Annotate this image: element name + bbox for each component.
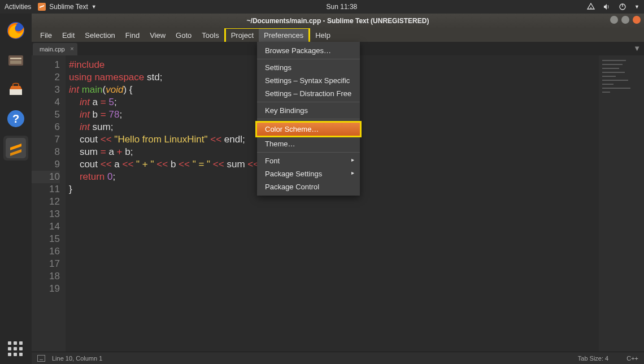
menu-project[interactable]: Project <box>226 29 259 42</box>
menuitem[interactable]: Browse Packages… <box>257 44 360 57</box>
window-titlebar: ~/Documents/main.cpp - Sublime Text (UNR… <box>32 14 644 28</box>
menu-separator <box>257 102 360 102</box>
menuitem[interactable]: Package Control <box>257 180 360 193</box>
dock-sublime[interactable] <box>3 136 28 161</box>
menu-separator <box>257 59 360 59</box>
menu-tools[interactable]: Tools <box>197 29 224 42</box>
menu-file[interactable]: File <box>35 29 57 42</box>
dock-help[interactable]: ? <box>3 106 28 131</box>
menuitem[interactable]: Settings <box>257 61 360 74</box>
menu-find[interactable]: Find <box>120 29 145 42</box>
dock-software[interactable] <box>3 77 28 102</box>
minimize-button[interactable] <box>610 16 618 24</box>
svg-rect-8 <box>10 89 22 95</box>
system-tray[interactable]: ▼ <box>587 3 639 11</box>
menu-edit[interactable]: Edit <box>57 29 80 42</box>
sublime-small-icon <box>38 3 46 11</box>
menuitem[interactable]: Settings – Distraction Free <box>257 87 360 100</box>
chevron-down-icon: ▼ <box>634 4 639 10</box>
tab-main-cpp[interactable]: main.cpp × <box>33 43 77 55</box>
syntax-mode[interactable]: C++ <box>626 355 638 362</box>
app-menu-label: Sublime Text <box>49 3 88 11</box>
menu-preferences[interactable]: Preferences <box>259 29 308 42</box>
maximize-button[interactable] <box>621 16 629 24</box>
svg-rect-7 <box>10 60 21 64</box>
tab-dropdown-icon[interactable]: ▼ <box>633 44 641 53</box>
svg-text:?: ? <box>12 112 19 125</box>
annotation-highlight: Color Scheme… <box>255 121 362 137</box>
svg-rect-6 <box>10 58 21 59</box>
chevron-down-icon: ▼ <box>92 4 97 10</box>
status-bar: Line 10, Column 1 Tab Size: 4 C++ <box>32 352 644 364</box>
tab-size[interactable]: Tab Size: 4 <box>578 355 608 362</box>
network-icon <box>587 3 595 11</box>
menu-separator <box>257 119 360 119</box>
app-menu[interactable]: Sublime Text ▼ <box>38 3 96 11</box>
close-button[interactable] <box>633 16 641 24</box>
menu-view[interactable]: View <box>145 29 171 42</box>
menuitem-color-scheme[interactable]: Color Scheme… <box>257 123 360 136</box>
dock-firefox[interactable] <box>3 18 28 43</box>
show-apps-button[interactable] <box>8 341 23 356</box>
activities-button[interactable]: Activities <box>5 3 31 11</box>
ubuntu-dock: ? <box>0 14 32 364</box>
power-icon <box>619 3 626 11</box>
menu-selection[interactable]: Selection <box>80 29 120 42</box>
menu-goto[interactable]: Goto <box>171 29 197 42</box>
line-gutter: 12345678910111213141516171819 <box>32 55 66 352</box>
gnome-top-bar: Activities Sublime Text ▼ Sun 11:38 ▼ <box>0 0 644 14</box>
menuitem[interactable]: Key Bindings <box>257 104 360 117</box>
volume-icon <box>603 3 611 11</box>
dock-files[interactable] <box>3 47 28 72</box>
tab-close-icon[interactable]: × <box>70 45 73 52</box>
menuitem[interactable]: Font <box>257 154 360 167</box>
tab-label: main.cpp <box>40 46 65 53</box>
menubar: File Edit Selection Find View Goto Tools… <box>32 28 644 42</box>
menuitem[interactable]: Theme… <box>257 137 360 150</box>
menuitem[interactable]: Package Settings <box>257 167 360 180</box>
svg-point-1 <box>590 7 591 8</box>
menu-separator <box>257 152 360 153</box>
annotation-highlight: Project Preferences <box>224 27 311 44</box>
menuitem[interactable]: Settings – Syntax Specific <box>257 74 360 87</box>
preferences-menu: Browse Packages…SettingsSettings – Synta… <box>257 42 360 196</box>
clock[interactable]: Sun 11:38 <box>327 3 358 11</box>
window-title: ~/Documents/main.cpp - Sublime Text (UNR… <box>247 17 429 25</box>
cursor-position: Line 10, Column 1 <box>52 355 102 362</box>
minimap[interactable] <box>599 55 644 352</box>
panel-switch-icon[interactable] <box>37 355 45 362</box>
menu-help[interactable]: Help <box>310 29 336 42</box>
